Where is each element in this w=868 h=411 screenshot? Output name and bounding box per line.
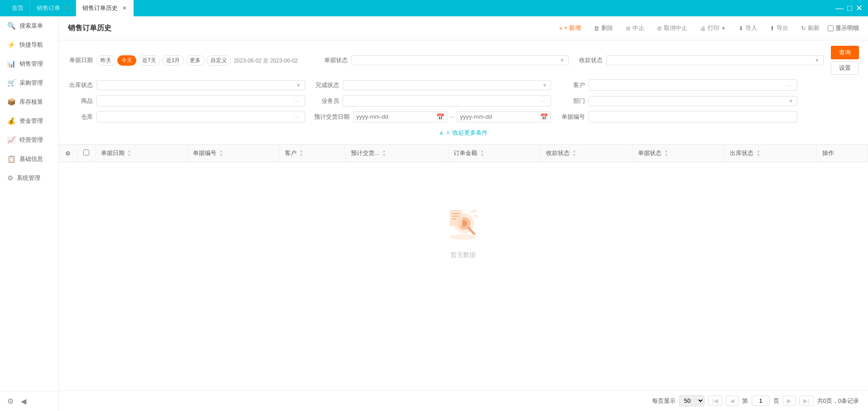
sidebar-item-quick-nav[interactable]: ⚡ 快捷导航 — [0, 35, 58, 54]
sort-no-icon[interactable]: ▲▼ — [219, 150, 223, 157]
page-input[interactable] — [752, 396, 770, 406]
collapse-label: ∧ 收起更多条件 — [446, 129, 488, 137]
settings-button[interactable]: 设置 — [831, 61, 859, 75]
calendar-to-icon[interactable]: 📅 — [540, 113, 548, 121]
sidebar-item-system[interactable]: ⚙ 系统管理 — [0, 169, 58, 188]
per-page-select[interactable]: 10 20 50 100 — [679, 395, 705, 406]
settings-gear-icon[interactable]: ⚙ — [65, 150, 71, 157]
table-body: 暂无数据 — [59, 162, 868, 296]
date-range-text: 2023-06-02 至 2023-06-02 — [234, 57, 297, 65]
tab-sales-order-close[interactable]: ✕ — [65, 5, 69, 11]
date-pill-1month[interactable]: 近1月 — [162, 55, 184, 66]
display-toggle-checkbox[interactable] — [828, 25, 834, 31]
delivery-from-input[interactable] — [356, 113, 435, 120]
warehouse-select[interactable]: ··· — [96, 111, 305, 122]
out-status-select[interactable]: ▼ — [96, 80, 305, 90]
select-all-checkbox[interactable] — [83, 150, 89, 155]
date-pill-today[interactable]: 今天 — [117, 55, 136, 66]
sort-date-icon[interactable]: ▲▼ — [127, 150, 131, 157]
date-pill-more[interactable]: 更多 — [186, 55, 205, 66]
customer-ellipsis[interactable]: ··· — [785, 82, 793, 88]
collapse-button[interactable]: ∧ ∧ 收起更多条件 — [437, 127, 489, 139]
prev-page-btn[interactable]: ◀ — [726, 396, 739, 406]
sort-delivery-icon[interactable]: ▲▼ — [382, 150, 386, 157]
tab-sales-history-close[interactable]: ✕ — [122, 5, 127, 11]
display-toggle[interactable]: 显示明细 — [828, 24, 859, 32]
complete-status-select[interactable]: ▼ — [343, 80, 551, 90]
window-max[interactable]: □ — [847, 4, 852, 13]
tab-home[interactable]: 首页 — [5, 0, 30, 16]
empty-state-cell: 暂无数据 — [59, 162, 868, 296]
delivery-to-input[interactable] — [460, 113, 538, 120]
salesman-ellipsis[interactable]: ··· — [539, 97, 547, 104]
sidebar-item-system-label: 系统管理 — [17, 174, 40, 182]
sidebar-item-inventory[interactable]: 📦 库存核算 — [0, 92, 58, 111]
sidebar-item-purchase[interactable]: 🛒 采购管理 — [0, 73, 58, 92]
dept-arrow: ▼ — [788, 98, 793, 104]
pay-status-select[interactable]: ▼ — [606, 55, 824, 65]
first-page-btn[interactable]: |◀ — [708, 396, 722, 406]
th-check[interactable] — [77, 145, 95, 162]
calendar-from-icon[interactable]: 📅 — [436, 113, 444, 121]
import-button[interactable]: ⬇ 导入 — [734, 22, 762, 34]
search-menu-icon: 🔍 — [7, 22, 16, 30]
date-filter: 昨天 今天 近7天 近1月 更多 自定义 2023-06-02 至 2023-0… — [96, 55, 314, 66]
complete-status-arrow: ▼ — [542, 82, 547, 88]
order-status-select[interactable]: ▼ — [351, 55, 569, 65]
add-button[interactable]: + + 新增 — [554, 22, 585, 34]
delete-button[interactable]: 🗑 删除 — [589, 22, 618, 34]
stop-button[interactable]: ⊘ 中止 — [621, 22, 649, 34]
sort-order-icon[interactable]: ▲▼ — [665, 150, 668, 157]
sidebar-bottom: ⚙ ◀ — [0, 391, 58, 411]
sidebar-item-search-label: 搜索菜单 — [19, 22, 43, 30]
th-delivery: 预计交货... ▲▼ — [345, 145, 448, 162]
export-button[interactable]: ⬆ 导出 — [765, 22, 793, 34]
th-out-status: 出库状态 ▲▼ — [724, 145, 816, 162]
sidebar-item-finance[interactable]: 💰 资金管理 — [0, 111, 58, 131]
salesman-select[interactable]: ··· — [343, 95, 551, 106]
filter-row-2: 出库状态 ▼ 完成状态 ▼ 客户 — [68, 79, 859, 91]
out-status-filter: 出库状态 ▼ — [68, 80, 305, 90]
delete-icon: 🗑 — [594, 25, 599, 32]
date-pill-7days[interactable]: 近7天 — [138, 55, 160, 66]
sidebar-settings-icon[interactable]: ⚙ — [7, 397, 14, 406]
tab-home-label: 首页 — [12, 4, 24, 12]
complete-status-filter: 完成状态 ▼ — [305, 80, 551, 90]
table-area: ⚙ 单据日期 ▲▼ 单据编号 ▲▼ — [59, 145, 868, 390]
query-button[interactable]: 查询 — [831, 46, 859, 59]
sidebar-item-quick-nav-label: 快捷导航 — [19, 41, 43, 49]
sort-customer-icon[interactable]: ▲▼ — [300, 150, 303, 157]
purchase-icon: 🛒 — [7, 79, 16, 87]
order-no-input[interactable] — [589, 111, 797, 122]
product-select[interactable]: ··· — [96, 95, 305, 106]
tab-sales-order[interactable]: 销售订单 ✕ — [30, 0, 76, 16]
cancel-stop-button[interactable]: ⊘ 取消中止 — [652, 22, 692, 34]
sort-amount-icon[interactable]: ▲▼ — [480, 150, 484, 157]
date-pill-custom[interactable]: 自定义 — [206, 55, 231, 66]
sort-pay-icon[interactable]: ▲▼ — [572, 150, 576, 157]
sidebar-collapse-icon[interactable]: ◀ — [21, 397, 26, 406]
sidebar-item-search[interactable]: 🔍 搜索菜单 — [0, 16, 58, 35]
dept-label: 部门 — [560, 97, 585, 105]
sidebar-item-operations[interactable]: 📈 经营管理 — [0, 131, 58, 150]
sidebar-item-sales[interactable]: 📊 销售管理 — [0, 54, 58, 73]
window-min[interactable]: — — [835, 4, 844, 13]
dept-select[interactable]: ▼ — [589, 96, 797, 106]
next-page-btn[interactable]: ▶ — [783, 396, 796, 406]
th-order-status: 单据状态 ▲▼ — [632, 145, 724, 162]
warehouse-ellipsis[interactable]: ··· — [293, 113, 301, 120]
th-settings[interactable]: ⚙ — [59, 145, 77, 162]
sort-out-icon[interactable]: ▲▼ — [757, 150, 760, 157]
date-pill-yesterday[interactable]: 昨天 — [96, 55, 115, 66]
product-ellipsis[interactable]: ··· — [293, 97, 301, 104]
window-close[interactable]: ✕ — [856, 3, 863, 13]
tab-sales-history[interactable]: 销售订单历史 ✕ — [76, 0, 134, 16]
sidebar-item-basic-info[interactable]: 📋 基础信息 — [0, 150, 58, 169]
customer-select[interactable]: ··· — [589, 79, 797, 91]
refresh-button[interactable]: ↻ 刷新 — [796, 22, 824, 34]
print-button[interactable]: 🖨 打印 ▼ — [695, 22, 730, 34]
last-page-btn[interactable]: ▶| — [799, 396, 813, 406]
customer-filter: 客户 ··· — [551, 79, 797, 91]
complete-status-label: 完成状态 — [314, 81, 339, 89]
delivery-to-wrap: 📅 — [457, 111, 551, 122]
